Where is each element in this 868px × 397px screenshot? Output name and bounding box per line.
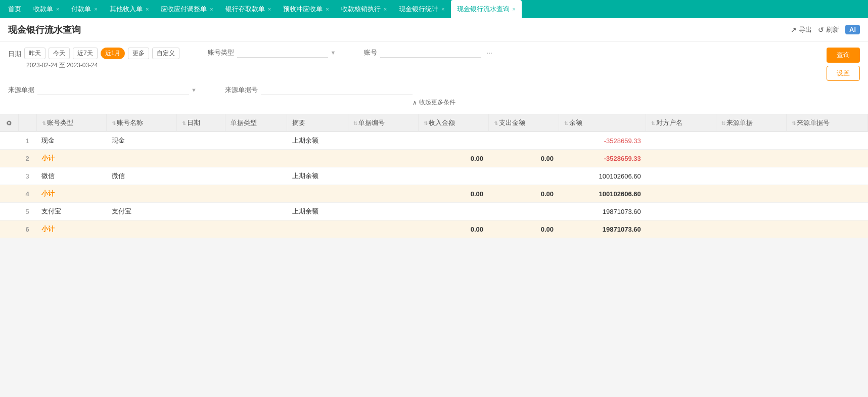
col-source-doc-no[interactable]: ⇅来源单据号 <box>787 114 868 132</box>
query-button[interactable]: 查询 <box>827 48 860 63</box>
row-seq-0: 1 <box>18 132 36 150</box>
row-summary-1 <box>287 150 348 167</box>
nav-payment[interactable]: 付款单 × <box>65 0 103 18</box>
row-account-name-4: 支付宝 <box>107 203 177 220</box>
source-doc-select-wrapper: ▼ <box>37 85 197 95</box>
row-balance-3: 100102606.60 <box>559 185 646 203</box>
date-custom[interactable]: 自定义 <box>152 48 179 59</box>
row-doc-no-4 <box>348 203 418 220</box>
row-account-type-5: 小计 <box>36 220 107 238</box>
row-source-doc-0 <box>716 132 787 150</box>
row-doc-type-2 <box>225 167 287 185</box>
row-income-2 <box>418 167 488 185</box>
row-date-1 <box>177 150 225 167</box>
row-account-type-3: 小计 <box>36 185 107 203</box>
row-source-doc-no-3 <box>787 185 868 203</box>
col-income[interactable]: ⇅收入金额 <box>418 114 488 132</box>
close-payment-icon[interactable]: × <box>94 6 97 12</box>
account-type-chevron-icon: ▼ <box>330 50 336 56</box>
nav-ar-ap[interactable]: 应收应付调整单 × <box>155 0 219 18</box>
date-1month[interactable]: 近1月 <box>101 48 125 59</box>
date-7days[interactable]: 近7天 <box>73 48 98 59</box>
row-summary-3 <box>287 185 348 203</box>
account-type-label: 账号类型 <box>208 48 234 57</box>
row-income-4 <box>418 203 488 220</box>
row-expense-5: 0.00 <box>488 220 559 238</box>
col-source-doc[interactable]: ⇅来源单据 <box>716 114 787 132</box>
row-expense-1: 0.00 <box>488 150 559 167</box>
account-type-select[interactable]: 现金 微信 支付宝 <box>237 48 328 58</box>
row-doc-type-3 <box>225 185 287 203</box>
col-gear[interactable]: ⚙ <box>0 114 18 132</box>
close-other-income-icon[interactable]: × <box>146 6 149 12</box>
row-source-doc-no-5 <box>787 220 868 238</box>
date-yesterday[interactable]: 昨天 <box>24 48 45 59</box>
export-button[interactable]: ↗ 导出 <box>791 25 812 34</box>
close-collection-icon[interactable]: × <box>384 6 387 12</box>
refresh-button[interactable]: ↺ 刷新 <box>818 25 839 34</box>
row-account-type-1: 小计 <box>36 150 107 167</box>
row-gear-3 <box>0 185 18 203</box>
close-bank-deposit-icon[interactable]: × <box>268 6 271 12</box>
row-doc-no-2 <box>348 167 418 185</box>
ai-button[interactable]: Ai <box>845 25 860 34</box>
row-date-3 <box>177 185 225 203</box>
row-date-0 <box>177 132 225 150</box>
row-doc-type-4 <box>225 203 287 220</box>
nav-receipt[interactable]: 收款单 × <box>27 0 65 18</box>
close-cash-flow-icon[interactable]: × <box>513 6 516 12</box>
row-doc-type-0 <box>225 132 287 150</box>
row-account-name-5 <box>107 220 177 238</box>
source-doc-num-input[interactable] <box>261 85 413 95</box>
nav-home[interactable]: 首页 <box>2 0 27 18</box>
col-balance[interactable]: ⇅余额 <box>559 114 646 132</box>
date-range: 2023-02-24 至 2023-03-24 <box>26 61 179 70</box>
col-account-type[interactable]: ⇅账号类型 <box>36 114 107 132</box>
col-doc-no[interactable]: ⇅单据编号 <box>348 114 418 132</box>
row-seq-5: 6 <box>18 220 36 238</box>
date-more[interactable]: 更多 <box>128 48 149 59</box>
row-summary-2: 上期余额 <box>287 167 348 185</box>
col-account-name[interactable]: ⇅账号名称 <box>107 114 177 132</box>
collapse-bar[interactable]: ∧ 收起更多条件 <box>8 96 860 108</box>
row-summary-4: 上期余额 <box>287 203 348 220</box>
row-seq-3: 4 <box>18 185 36 203</box>
nav-cash-stats[interactable]: 现金银行统计 × <box>393 0 450 18</box>
row-account-type-4: 支付宝 <box>36 203 107 220</box>
nav-other-income[interactable]: 其他收入单 × <box>104 0 155 18</box>
row-source-doc-2 <box>716 167 787 185</box>
settings-button[interactable]: 设置 <box>827 66 860 81</box>
close-cash-stats-icon[interactable]: × <box>441 6 444 12</box>
table-row: 5 支付宝 支付宝 上期余额 19871073.60 <box>0 203 868 220</box>
row-source-doc-4 <box>716 203 787 220</box>
nav-collection[interactable]: 收款核销执行 × <box>335 0 393 18</box>
date-label: 日期 <box>8 50 21 59</box>
row-income-5: 0.00 <box>418 220 488 238</box>
close-ar-ap-icon[interactable]: × <box>210 6 213 12</box>
source-doc-select[interactable] <box>37 85 189 95</box>
account-more-icon[interactable]: ··· <box>486 49 492 57</box>
export-icon: ↗ <box>791 26 797 34</box>
row-income-3: 0.00 <box>418 185 488 203</box>
col-expense[interactable]: ⇅支出金额 <box>488 114 559 132</box>
account-input[interactable] <box>380 48 481 58</box>
row-counterparty-2 <box>646 167 716 185</box>
row-counterparty-1 <box>646 150 716 167</box>
col-summary: 摘要 <box>287 114 348 132</box>
col-date[interactable]: ⇅日期 <box>177 114 225 132</box>
data-table: ⚙ ⇅账号类型 ⇅账号名称 ⇅日期 单据类型 摘要 ⇅单据编号 ⇅收入金额 ⇅支… <box>0 114 868 238</box>
row-account-name-2: 微信 <box>107 167 177 185</box>
date-today[interactable]: 今天 <box>49 48 70 59</box>
nav-advance[interactable]: 预收冲应收单 × <box>277 0 335 18</box>
nav-bank-deposit[interactable]: 银行存取款单 × <box>219 0 277 18</box>
close-receipt-icon[interactable]: × <box>56 6 59 12</box>
col-counterparty[interactable]: ⇅对方户名 <box>646 114 716 132</box>
nav-cash-flow[interactable]: 现金银行流水查询 × <box>451 0 522 18</box>
row-seq-1: 2 <box>18 150 36 167</box>
row-seq-4: 5 <box>18 203 36 220</box>
row-date-5 <box>177 220 225 238</box>
row-seq-2: 3 <box>18 167 36 185</box>
close-advance-icon[interactable]: × <box>326 6 329 12</box>
row-doc-type-5 <box>225 220 287 238</box>
row-doc-no-0 <box>348 132 418 150</box>
